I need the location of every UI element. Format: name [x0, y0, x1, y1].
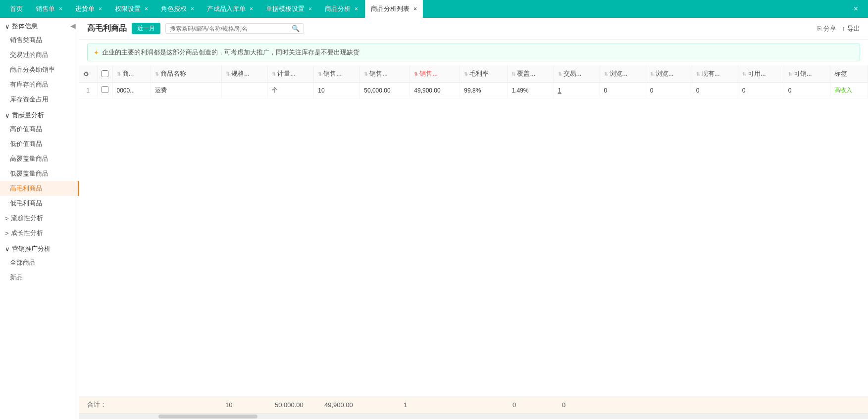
- chevron-right-icon: >: [5, 215, 9, 222]
- sidebar-item-in-stock[interactable]: 有库存的商品: [0, 77, 79, 92]
- th-name[interactable]: ⇅ 商品名称: [151, 65, 222, 83]
- sidebar-item-low-coverage[interactable]: 低覆盖量商品: [0, 166, 79, 181]
- nav-product-analysis[interactable]: 商品分析 ×: [319, 0, 364, 18]
- nav-permission-settings[interactable]: 权限设置 ×: [109, 0, 154, 18]
- table-container[interactable]: ⚙ ⇅ 商...: [79, 65, 868, 396]
- info-banner: ✦ 企业的主要的利润都是这部分商品创造的，可考虑加大推广，同时关注库存是不要出现…: [87, 44, 860, 61]
- nav-product-warehousing[interactable]: 产成品入库单 ×: [201, 0, 259, 18]
- table-header-row: ⚙ ⇅ 商...: [79, 65, 868, 83]
- sidebar-item-traded-products[interactable]: 交易过的商品: [0, 47, 79, 62]
- nav-template-settings[interactable]: 单据模板设置 ×: [260, 0, 318, 18]
- th-sales3[interactable]: ⇅ 销售...: [410, 65, 460, 83]
- sidebar-item-stock-capital[interactable]: 库存资金占用: [0, 92, 79, 107]
- chevron-down-icon-3: ∨: [5, 245, 10, 253]
- sort-icon-browse1: ⇅: [604, 71, 608, 77]
- cell-sales2: 50,000.00: [360, 83, 410, 98]
- th-cover[interactable]: ⇅ 覆盖...: [508, 65, 554, 83]
- share-button[interactable]: ⎘ 分享: [817, 24, 836, 33]
- sidebar-group-contribution[interactable]: ∨ 贡献量分析: [0, 107, 79, 122]
- sidebar: ◀ ∨ 整体信息 销售类商品 交易过的商品 商品分类助销率 有库存的商品 库存资…: [0, 18, 79, 419]
- th-browse1[interactable]: ⇅ 浏览...: [600, 65, 646, 83]
- nav-home[interactable]: 首页: [4, 0, 29, 18]
- window-close-button[interactable]: ×: [848, 4, 864, 13]
- content-header: 高毛利商品 近一月 🔍 ⎘ 分享 ↑ 导出: [79, 18, 868, 40]
- sidebar-item-high-coverage[interactable]: 高覆盖量商品: [0, 151, 79, 166]
- nav-product-analysis-list[interactable]: 商品分析列表 ×: [365, 0, 423, 18]
- share-icon: ⎘: [817, 25, 821, 32]
- export-icon: ↑: [842, 25, 846, 32]
- footer-label: 合计：: [87, 400, 106, 409]
- sort-icon-name: ⇅: [155, 71, 159, 77]
- cell-gross-rate: 99.8%: [460, 83, 508, 98]
- footer-sales3: 49,900.00: [324, 401, 364, 409]
- cell-row-num: 1: [79, 83, 97, 98]
- sidebar-item-sales-products[interactable]: 销售类商品: [0, 33, 79, 47]
- filter-recent-month-button[interactable]: 近一月: [132, 23, 160, 34]
- footer-sellable: 0: [562, 401, 602, 409]
- cell-available: 0: [738, 83, 784, 98]
- th-trade[interactable]: ⇅ 交易...: [554, 65, 600, 83]
- sidebar-item-low-value[interactable]: 低价值商品: [0, 137, 79, 151]
- th-sellable[interactable]: ⇅ 可销...: [784, 65, 830, 83]
- row-checkbox[interactable]: [102, 86, 108, 93]
- th-sales2[interactable]: ⇅ 销售...: [360, 65, 410, 83]
- sidebar-group-growth[interactable]: > 成长性分析: [0, 226, 79, 240]
- cell-tag: 高收入: [830, 83, 868, 98]
- table-footer: 合计： 10 50,000.00 49,900.00 1 0 0: [79, 396, 868, 413]
- export-button[interactable]: ↑ 导出: [842, 24, 861, 33]
- th-browse2[interactable]: ⇅ 浏览...: [646, 65, 692, 83]
- sort-icon-browse2: ⇅: [650, 71, 654, 77]
- cell-code: 0000...: [112, 83, 151, 98]
- trade-link[interactable]: 1: [558, 87, 562, 94]
- sidebar-item-new-products[interactable]: 新品: [0, 270, 79, 285]
- sidebar-group-overall[interactable]: ∨ 整体信息: [0, 18, 79, 33]
- sidebar-collapse-button[interactable]: ◀: [70, 22, 76, 30]
- tag-label: 高收入: [834, 87, 852, 93]
- top-navigation: 首页 销售单 × 进货单 × 权限设置 × 角色授权 × 产成品入库单 × 单据…: [0, 0, 868, 18]
- footer-trade: 1: [404, 401, 443, 409]
- header-actions: ⎘ 分享 ↑ 导出: [817, 24, 861, 33]
- th-current[interactable]: ⇅ 现有...: [692, 65, 738, 83]
- chevron-down-icon-2: ∨: [5, 112, 10, 119]
- sidebar-item-category-assist-rate[interactable]: 商品分类助销率: [0, 62, 79, 77]
- th-gross-rate[interactable]: ⇅ 毛利率: [460, 65, 508, 83]
- sidebar-item-all-products[interactable]: 全部商品: [0, 255, 79, 270]
- nav-purchase-order[interactable]: 进货单 ×: [69, 0, 108, 18]
- cell-browse2: 0: [646, 83, 692, 98]
- sidebar-group-marketing[interactable]: ∨ 营销推广分析: [0, 240, 79, 255]
- th-code[interactable]: ⇅ 商...: [112, 65, 151, 83]
- sidebar-item-high-value[interactable]: 高价值商品: [0, 122, 79, 137]
- close-role-auth[interactable]: ×: [191, 5, 194, 12]
- search-icon[interactable]: 🔍: [292, 25, 300, 32]
- nav-sales-order[interactable]: 销售单 ×: [30, 0, 68, 18]
- close-sales-order[interactable]: ×: [59, 5, 62, 12]
- info-icon: ✦: [94, 49, 99, 56]
- search-input[interactable]: [170, 25, 290, 32]
- sidebar-item-low-margin[interactable]: 低毛利商品: [0, 196, 79, 211]
- sidebar-group-trend[interactable]: > 流趋性分析: [0, 211, 79, 226]
- th-checkbox: [97, 65, 112, 83]
- cell-cover: 1.49%: [508, 83, 554, 98]
- close-template-settings[interactable]: ×: [308, 5, 312, 12]
- th-spec[interactable]: ⇅ 规格...: [222, 65, 268, 83]
- close-product-analysis-list[interactable]: ×: [413, 5, 417, 12]
- horizontal-scrollbar[interactable]: [79, 413, 868, 419]
- sort-icon-trade: ⇅: [558, 71, 562, 77]
- th-available[interactable]: ⇅ 可用...: [738, 65, 784, 83]
- th-sales1[interactable]: ⇅ 销售...: [314, 65, 360, 83]
- select-all-checkbox[interactable]: [102, 70, 108, 77]
- th-tag[interactable]: 标签: [830, 65, 868, 83]
- close-permission-settings[interactable]: ×: [145, 5, 148, 12]
- nav-role-auth[interactable]: 角色授权 ×: [155, 0, 200, 18]
- sidebar-item-high-margin[interactable]: 高毛利商品: [0, 181, 79, 196]
- close-purchase-order[interactable]: ×: [99, 5, 102, 12]
- close-product-analysis[interactable]: ×: [355, 5, 358, 12]
- close-product-warehousing[interactable]: ×: [250, 5, 253, 12]
- cell-sales1: 10: [314, 83, 360, 98]
- settings-icon[interactable]: ⚙: [83, 70, 89, 78]
- sort-icon-unit: ⇅: [272, 71, 276, 77]
- footer-sales2: 50,000.00: [275, 401, 314, 409]
- th-unit[interactable]: ⇅ 计量...: [268, 65, 314, 83]
- th-settings[interactable]: ⚙: [79, 65, 97, 83]
- scrollbar-thumb[interactable]: [158, 415, 257, 419]
